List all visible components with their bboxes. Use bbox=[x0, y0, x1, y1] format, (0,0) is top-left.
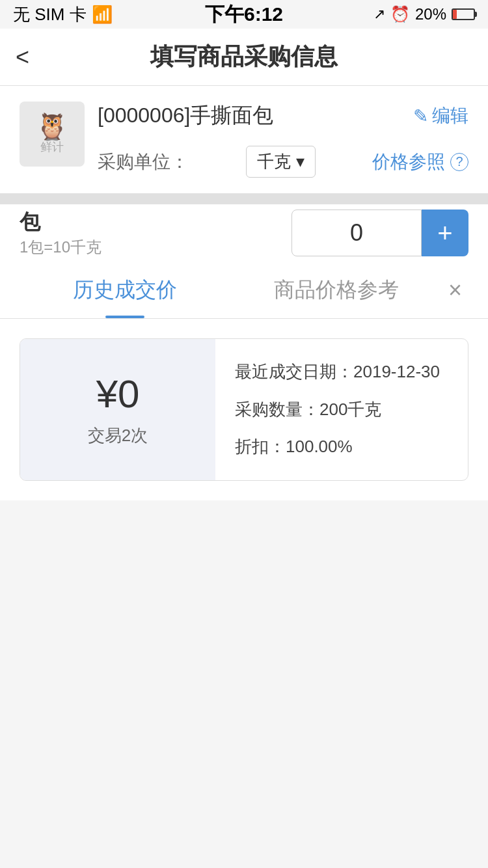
unit-value: 千克 bbox=[257, 150, 291, 173]
product-info: [0000006]手撕面包 ✎ 编辑 采购单位： 千克 ▾ 价格参照 ? bbox=[98, 102, 468, 178]
price-card: ¥0 交易2次 最近成交日期：2019-12-30 采购数量：200千克 折扣：… bbox=[20, 338, 468, 481]
price-ref-label: 价格参照 bbox=[372, 150, 445, 174]
unit-select[interactable]: 千克 ▾ bbox=[246, 146, 316, 178]
nav-bar: < 填写商品采购信息 bbox=[0, 29, 488, 86]
status-time: 下午6:12 bbox=[205, 1, 283, 28]
purchase-qty-label: 采购数量： bbox=[235, 400, 319, 419]
history-price-content: ¥0 交易2次 最近成交日期：2019-12-30 采购数量：200千克 折扣：… bbox=[0, 319, 488, 500]
close-icon: × bbox=[448, 277, 462, 303]
tabs-container: 历史成交价 商品价格参考 × ¥0 交易2次 最近成交日期：2019-12-30 bbox=[0, 262, 488, 500]
sim-label: 无 SIM 卡 bbox=[13, 3, 87, 26]
dropdown-arrow-icon: ▾ bbox=[296, 152, 305, 172]
recent-date-row: 最近成交日期：2019-12-30 bbox=[235, 359, 448, 386]
purchase-qty-value: 200千克 bbox=[319, 400, 381, 419]
battery-fill bbox=[453, 10, 457, 19]
product-card: 🦉 鲜计 [0000006]手撕面包 ✎ 编辑 采购单位： 千克 ▾ 价格参照 … bbox=[0, 86, 488, 194]
quantity-label-wrap: 包 1包=10千克 bbox=[20, 208, 102, 258]
plus-icon: + bbox=[437, 219, 452, 248]
price-ref-help-icon: ? bbox=[450, 153, 468, 171]
tab-product-price-ref-label: 商品价格参考 bbox=[274, 276, 399, 305]
status-bar: 无 SIM 卡 📶 下午6:12 ↗ ⏰ 20% bbox=[0, 0, 488, 29]
tabs-header: 历史成交价 商品价格参考 × bbox=[0, 262, 488, 319]
back-icon: < bbox=[16, 44, 29, 70]
quantity-unit-label: 包 bbox=[20, 208, 102, 237]
alarm-icon: ⏰ bbox=[390, 5, 410, 23]
product-header: 🦉 鲜计 [0000006]手撕面包 ✎ 编辑 采购单位： 千克 ▾ 价格参照 … bbox=[20, 102, 468, 178]
product-thumbnail: 🦉 鲜计 bbox=[20, 102, 85, 167]
currency-symbol: ¥ bbox=[96, 372, 118, 416]
purchase-qty-row: 采购数量：200千克 bbox=[235, 396, 448, 424]
section-divider bbox=[0, 194, 488, 204]
price-card-left: ¥0 交易2次 bbox=[20, 339, 215, 480]
purchase-unit-label: 采购单位： bbox=[98, 150, 189, 174]
discount-label: 折扣： bbox=[235, 437, 286, 456]
location-icon: ↗ bbox=[373, 6, 385, 23]
status-right: ↗ ⏰ 20% bbox=[373, 5, 475, 23]
close-panel-button[interactable]: × bbox=[442, 277, 468, 304]
recent-date-label: 最近成交日期： bbox=[235, 362, 353, 381]
wifi-icon: 📶 bbox=[92, 5, 113, 25]
battery-bar bbox=[452, 8, 475, 20]
edit-button[interactable]: ✎ 编辑 bbox=[413, 103, 468, 128]
price-display: ¥0 bbox=[96, 372, 140, 416]
price-amount: 0 bbox=[118, 372, 139, 416]
quantity-plus-button[interactable]: + bbox=[422, 210, 468, 256]
quantity-input[interactable] bbox=[291, 210, 422, 256]
price-card-right: 最近成交日期：2019-12-30 采购数量：200千克 折扣：100.00% bbox=[215, 339, 468, 480]
product-logo-icon: 🦉 bbox=[36, 113, 68, 139]
tab-product-price-ref[interactable]: 商品价格参考 bbox=[230, 262, 441, 318]
tab-history-price-label: 历史成交价 bbox=[73, 276, 177, 305]
edit-label: 编辑 bbox=[432, 103, 468, 128]
purchase-unit-row: 采购单位： 千克 ▾ 价格参照 ? bbox=[98, 146, 468, 178]
page-title: 填写商品采购信息 bbox=[150, 41, 338, 73]
quantity-row: 包 1包=10千克 + bbox=[0, 204, 488, 262]
price-ref-button[interactable]: 价格参照 ? bbox=[372, 150, 468, 174]
trade-count: 交易2次 bbox=[88, 424, 148, 447]
recent-date-value: 2019-12-30 bbox=[353, 362, 440, 381]
status-left: 无 SIM 卡 📶 bbox=[13, 3, 113, 26]
quantity-conversion: 1包=10千克 bbox=[20, 237, 102, 258]
quantity-controls: + bbox=[291, 210, 468, 256]
product-name: [0000006]手撕面包 bbox=[98, 102, 273, 130]
tab-history-price[interactable]: 历史成交价 bbox=[20, 262, 230, 318]
battery-percent: 20% bbox=[415, 5, 446, 23]
discount-row: 折扣：100.00% bbox=[235, 433, 448, 461]
discount-value: 100.00% bbox=[286, 437, 353, 456]
back-button[interactable]: < bbox=[16, 44, 29, 71]
product-name-row: [0000006]手撕面包 ✎ 编辑 bbox=[98, 102, 468, 130]
tab-active-indicator bbox=[105, 316, 144, 318]
edit-icon: ✎ bbox=[413, 105, 428, 127]
